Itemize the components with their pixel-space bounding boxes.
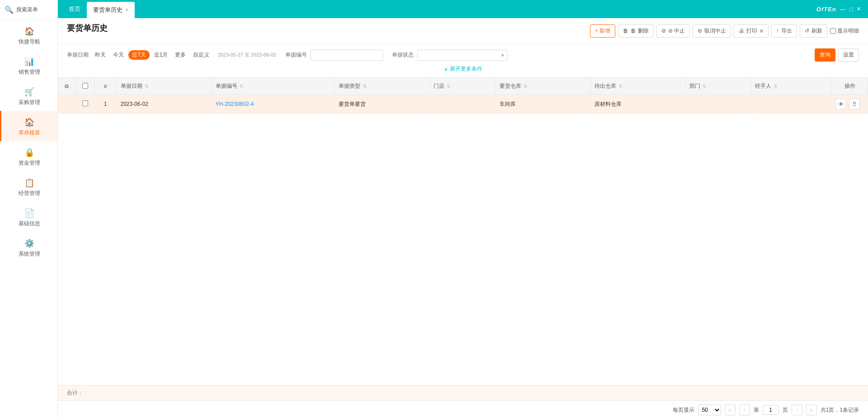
suspend-icon: ⊘: [661, 28, 666, 34]
col-handler-label: 经手人: [755, 83, 771, 89]
col-dept-label: 部门: [689, 83, 700, 89]
expand-more-label: 展开更多条件: [450, 65, 482, 73]
per-page-select[interactable]: 50 100: [698, 405, 721, 415]
sort-pending-warehouse-icon: ⇅: [618, 84, 622, 89]
col-settings[interactable]: ⚙: [58, 78, 76, 95]
col-date[interactable]: 单据日期 ⇅: [117, 78, 212, 95]
select-all-checkbox[interactable]: [82, 83, 88, 89]
cell-store: [430, 95, 496, 114]
display-detail-label: 显示明细: [837, 27, 859, 35]
col-ops: 操作: [832, 78, 868, 95]
col-num: #: [94, 78, 117, 95]
cart-icon: 🛒: [24, 87, 34, 97]
cell-settings: [58, 95, 76, 114]
sidebar-item-label: 快捷导航: [19, 38, 40, 46]
filter-row: 单据日期 昨天 今天 近7天 近1月 更多 自定义 2023-05-27 至 2…: [67, 48, 859, 62]
col-order-type[interactable]: 单据类型 ⇅: [335, 78, 430, 95]
col-orderno-label: 单据编号: [216, 83, 237, 89]
expand-more-btn[interactable]: ∨ 展开更多条件: [67, 65, 859, 73]
topbar: 首页 要货单历史 × OfTEn — □ ×: [58, 0, 868, 18]
date-btn-7days[interactable]: 近7天: [128, 50, 150, 60]
next-page-btn[interactable]: ›: [792, 405, 802, 415]
col-order-no[interactable]: 单据编号 ⇅: [212, 78, 335, 95]
sidebar-item-system[interactable]: ⚙️ 系统管理: [0, 232, 57, 262]
tab-close-icon[interactable]: ×: [125, 7, 128, 13]
cell-num: 1: [94, 95, 117, 114]
sidebar-item-sales[interactable]: 📊 销售管理: [0, 50, 57, 81]
row-edit-button[interactable]: ⠿: [849, 99, 860, 110]
col-date-label: 单据日期: [121, 83, 142, 89]
tab-home[interactable]: 首页: [62, 0, 87, 18]
table-row[interactable]: 1 2023-06-02 YH-20230602-4 要货单要货 车间库 原材料…: [58, 95, 868, 114]
sort-req-warehouse-icon: ⇅: [524, 84, 527, 89]
home-icon: 🏠: [24, 26, 34, 36]
print-button[interactable]: 🖨 打印 ∨: [734, 24, 769, 38]
col-req-warehouse[interactable]: 要货仓库 ⇅: [495, 78, 590, 95]
page-label2: 页: [783, 406, 788, 414]
brand-label: OfTEn: [816, 6, 836, 13]
date-btn-yesterday[interactable]: 昨天: [92, 50, 108, 60]
clipboard-icon: 📋: [24, 178, 34, 188]
sidebar-item-inventory[interactable]: 🏠 库存核算: [0, 111, 57, 141]
order-no-link[interactable]: YH-20230602-4: [216, 101, 254, 107]
pagination: 每页显示 50 100 « ‹ 第 页 › » 共1页，1条记录: [58, 400, 868, 419]
display-detail-checkbox[interactable]: [830, 28, 836, 34]
refresh-icon: ↺: [805, 28, 809, 34]
date-btn-1month[interactable]: 近1月: [151, 50, 171, 60]
sidebar-item-operations[interactable]: 📋 经营管理: [0, 171, 57, 202]
cancel-suspend-icon: ⊘: [698, 28, 702, 34]
lock-icon: 🔒: [24, 148, 34, 157]
sidebar-search-label: 搜索菜单: [16, 6, 38, 14]
cell-handler: [751, 95, 832, 114]
total-info: 共1页，1条记录: [821, 406, 859, 414]
sidebar-item-purchase[interactable]: 🛒 采购管理: [0, 81, 57, 111]
col-handler[interactable]: 经手人 ⇅: [751, 78, 832, 95]
date-btn-more[interactable]: 更多: [172, 50, 189, 60]
col-department[interactable]: 部门 ⇅: [685, 78, 751, 95]
delete-button[interactable]: 🗑 🗑 删除: [618, 24, 653, 38]
sidebar-item-label: 系统管理: [19, 250, 40, 258]
filter-date-group: 单据日期 昨天 今天 近7天 近1月 更多 自定义 2023-05-27 至 2…: [67, 50, 276, 60]
sort-orderno-icon: ⇅: [240, 84, 243, 89]
col-ordertype-label: 单据类型: [339, 83, 360, 89]
export-button[interactable]: ↑ 导出: [771, 24, 797, 38]
row-view-button[interactable]: 👁: [835, 99, 846, 110]
col-store[interactable]: 门店 ⇅: [430, 78, 496, 95]
date-btn-custom[interactable]: 自定义: [190, 50, 212, 60]
suspend-button[interactable]: ⊘ ⊘ 中止: [656, 24, 690, 38]
window-close[interactable]: ×: [857, 5, 861, 13]
sidebar-search[interactable]: 🔍 搜索菜单: [0, 0, 57, 20]
sidebar-item-basic-info[interactable]: 📄 基础信息: [0, 202, 57, 232]
row-checkbox[interactable]: [82, 100, 88, 106]
first-page-btn[interactable]: «: [725, 405, 736, 415]
filter-status-group: 单据状态: [392, 50, 508, 61]
delete-icon: 🗑: [623, 28, 628, 34]
table-body: 1 2023-06-02 YH-20230602-4 要货单要货 车间库 原材料…: [58, 95, 868, 114]
new-button[interactable]: + 新增: [590, 24, 615, 38]
col-pending-warehouse[interactable]: 待出仓库 ⇅: [590, 78, 685, 95]
date-filter-buttons: 昨天 今天 近7天 近1月 更多 自定义: [92, 50, 212, 60]
orderno-input[interactable]: [311, 50, 383, 61]
refresh-button[interactable]: ↺ 刷新: [800, 24, 827, 38]
window-minimize[interactable]: —: [840, 6, 846, 13]
tab-active[interactable]: 要货单历史 ×: [87, 2, 135, 18]
cancel-suspend-button[interactable]: ⊘ 取消中止: [693, 24, 731, 38]
last-page-btn[interactable]: »: [806, 405, 817, 415]
footer-summary: 合计：: [58, 385, 868, 400]
display-detail-toggle[interactable]: 显示明细: [830, 27, 859, 35]
settings-button[interactable]: 设置: [838, 48, 859, 62]
sidebar-item-finance[interactable]: 🔒 资金管理: [0, 141, 57, 171]
summary-label: 合计：: [67, 389, 83, 397]
sidebar-item-label: 资金管理: [19, 159, 40, 167]
prev-page-btn[interactable]: ‹: [739, 405, 750, 415]
col-req-warehouse-label: 要货仓库: [500, 83, 521, 89]
status-select[interactable]: [417, 50, 508, 61]
query-button[interactable]: 查询: [815, 48, 835, 62]
sidebar-item-label: 基础信息: [19, 220, 40, 228]
date-btn-today[interactable]: 今天: [110, 50, 127, 60]
filter-orderno-group: 单据编号: [285, 50, 383, 61]
window-maximize[interactable]: □: [849, 6, 853, 13]
page-input[interactable]: [763, 405, 779, 415]
col-pending-warehouse-label: 待出仓库: [594, 83, 616, 89]
sidebar-item-quick-nav[interactable]: 🏠 快捷导航: [0, 20, 57, 50]
